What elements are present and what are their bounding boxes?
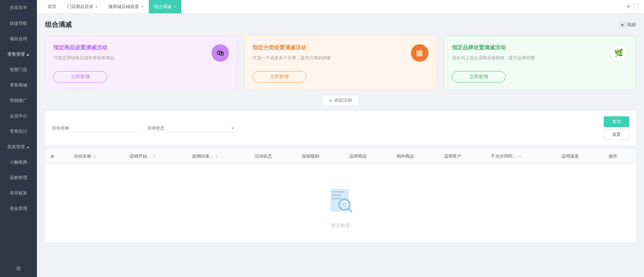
card-product-add-btn[interactable]: 立即新增	[53, 71, 107, 82]
video-link[interactable]: ▶ 视频	[620, 22, 636, 28]
col-applicable-goods: 适用商品	[345, 149, 393, 164]
svg-point-8	[345, 203, 346, 205]
sidebar-settings[interactable]: ⚙	[0, 260, 37, 277]
tab-combo-discount-close[interactable]: ×	[174, 4, 176, 9]
chevron-up-icon: ∧	[329, 98, 332, 103]
chevron-down-icon: ▲	[26, 145, 30, 149]
tab-home-label: 首页	[48, 4, 56, 10]
activity-cards: 🛍 指定商品设置满减活动 可指定滞销商品或库存较多商品 立即新增 ▦ 指定分类设…	[45, 36, 636, 90]
tab-wechat-store[interactable]: 微商城店铺设置 ×	[103, 0, 149, 13]
card-category-title: 指定分类设置满减活动	[252, 44, 428, 51]
table-body: 暂无数据	[45, 164, 636, 242]
sidebar: 搜索菜单 快捷导航 项目合同 零售管理 ▲ 智慧门店 零售商城 营销推广 会员中…	[0, 0, 37, 277]
activity-status-select[interactable]: 进行中 已结束 未开始	[167, 124, 234, 132]
video-label: 视频	[627, 22, 636, 28]
tab-bar: 首页 门店商品目录 × 微商城店铺设置 × 组合满减 × ✕ ⛶	[37, 0, 644, 13]
col-activity-status: 活动状态	[250, 149, 298, 164]
card-category-desc: 可选一个或者多个分类，提升分类的销量	[252, 55, 428, 61]
sort-icon: ⇅	[93, 155, 96, 158]
table-header: ⚙ 活动名称 ⇅ 促销开始... ⇅ 促销结束... ⇅	[45, 149, 636, 164]
data-table: ⚙ 活动名称 ⇅ 促销开始... ⇅ 促销结束... ⇅	[45, 149, 636, 242]
sidebar-item-purchase-mgmt[interactable]: 采购管理	[0, 170, 37, 185]
card-brand-title: 指定品牌设置满减活动	[452, 44, 628, 51]
card-product-desc: 可指定滞销商品或库存较多商品	[53, 55, 229, 61]
empty-state: 暂无数据	[45, 164, 636, 242]
sidebar-item-retail-mall[interactable]: 零售商城	[0, 77, 37, 93]
col-operation: 操作	[605, 149, 636, 164]
card-category: ▦ 指定分类设置满减活动 可选一个或者多个分类，提升分类的销量 立即新增	[244, 36, 436, 90]
chevron-up-icon: ▲	[26, 53, 30, 56]
card-brand-add-btn[interactable]: 立即新增	[452, 71, 506, 82]
sidebar-item-label: 营销推广	[10, 98, 27, 104]
tab-wechat-store-close[interactable]: ×	[141, 4, 143, 9]
sidebar-item-project-contract[interactable]: 项目合同	[0, 31, 37, 47]
activity-status-label: 活动状态	[147, 125, 165, 131]
filter-activity-status: 活动状态 进行中 已结束 未开始 ∨	[147, 124, 234, 132]
sort-icon: ⇅	[215, 155, 218, 158]
sort-icon: ⇅	[153, 155, 155, 158]
tab-combo-discount-label: 组合满减	[154, 4, 172, 10]
sidebar-item-wholesale-mgmt[interactable]: 批发管理 ▲	[0, 139, 37, 155]
activity-name-label: 活动名称	[52, 125, 69, 131]
col-promo-start[interactable]: 促销开始... ⇅	[126, 149, 188, 164]
sidebar-item-marketing[interactable]: 营销推广	[0, 93, 37, 108]
sidebar-item-fund-mgmt[interactable]: 资金管理	[0, 201, 37, 216]
sidebar-item-label: 零售管理	[7, 51, 25, 57]
sidebar-item-xiaochangec[interactable]: 小畅电商	[0, 155, 37, 170]
tab-wechat-store-label: 微商城店铺设置	[108, 4, 139, 10]
tab-home[interactable]: 首页	[42, 0, 62, 13]
sidebar-item-member-center[interactable]: 会员中心	[0, 108, 37, 124]
tab-combo-discount[interactable]: 组合满减 ×	[149, 0, 181, 13]
col-exception-goods: 例外商品	[393, 149, 440, 164]
collapse-activities-btn[interactable]: ∧ 收起活动	[322, 95, 359, 106]
svg-point-7	[342, 203, 344, 205]
filter-activity-name: 活动名称	[52, 124, 139, 132]
card-product-title: 指定商品设置满减活动	[53, 44, 229, 51]
tab-store-catalog-close[interactable]: ×	[95, 4, 98, 9]
filter-area: 活动名称 活动状态 进行中 已结束 未开始 ∨ 查询 设置	[45, 111, 636, 145]
col-applicable-channel: 适用渠道	[557, 149, 605, 164]
sidebar-item-retail-mgmt[interactable]: 零售管理 ▲	[0, 47, 37, 62]
sidebar-item-label: 批发管理	[7, 144, 25, 150]
svg-rect-3	[332, 198, 343, 199]
sidebar-item-retail-stats[interactable]: 零售统计	[0, 124, 37, 139]
filter-buttons: 查询 设置	[604, 116, 629, 140]
empty-text: 暂无数据	[52, 223, 629, 229]
tab-bar-right: ✕ ⛶	[626, 3, 639, 10]
col-activity-name[interactable]: 活动名称 ⇅	[70, 149, 126, 164]
col-settings[interactable]: ⚙	[45, 149, 70, 164]
svg-point-5	[341, 201, 348, 208]
query-button[interactable]: 查询	[604, 116, 629, 127]
fullscreen-icon[interactable]: ⛶	[633, 3, 639, 10]
svg-rect-2	[332, 195, 341, 196]
empty-illustration	[324, 184, 357, 217]
empty-row: 暂无数据	[45, 164, 636, 242]
collapse-btn-label: 收起活动	[334, 97, 352, 103]
sidebar-item-label: 采购管理	[10, 175, 27, 181]
sidebar-search[interactable]: 搜索菜单	[0, 0, 37, 16]
sidebar-item-label: 零售统计	[10, 128, 27, 134]
sidebar-item-smart-store[interactable]: 智慧门店	[0, 62, 37, 77]
card-product: 🛍 指定商品设置满减活动 可指定滞销商品或库存较多商品 立即新增	[45, 36, 237, 90]
activity-table: ⚙ 活动名称 ⇅ 促销开始... ⇅ 促销结束... ⇅	[45, 149, 636, 242]
close-window-icon[interactable]: ✕	[626, 3, 631, 10]
page-content: 组合满减 ▶ 视频 🛍 指定商品设置满减活动 可指定滞销商品或库存较多商品 立即…	[37, 13, 644, 277]
sidebar-item-label: 零售商城	[10, 82, 27, 88]
col-promo-end[interactable]: 促销结束... ⇅	[188, 149, 250, 164]
settings-icon: ⚙	[16, 265, 21, 272]
sidebar-item-inventory[interactable]: 库存核算	[0, 185, 37, 201]
sidebar-item-quick-nav[interactable]: 快捷导航	[0, 16, 37, 31]
sidebar-item-label: 会员中心	[10, 113, 27, 119]
sort-icon: ⇅	[518, 155, 521, 158]
sidebar-item-label: 项目合同	[10, 36, 27, 42]
sidebar-item-label: 智慧门店	[10, 67, 27, 73]
settings-button[interactable]: 设置	[604, 129, 629, 140]
col-no-concurrent[interactable]: 不允许同时... ⇅	[487, 149, 557, 164]
card-brand-desc: 适合与上游企业联合做营销，提升品牌销量	[452, 55, 628, 61]
tab-store-catalog[interactable]: 门店商品目录 ×	[62, 0, 103, 13]
activity-name-input[interactable]	[72, 124, 139, 132]
card-brand: 🌿 指定品牌设置满减活动 适合与上游企业联合做营销，提升品牌销量 立即新增	[444, 36, 636, 90]
card-category-add-btn[interactable]: 立即新增	[252, 71, 306, 82]
card-brand-icon: 🌿	[610, 44, 628, 62]
col-applicable-customer: 适用客户	[440, 149, 487, 164]
